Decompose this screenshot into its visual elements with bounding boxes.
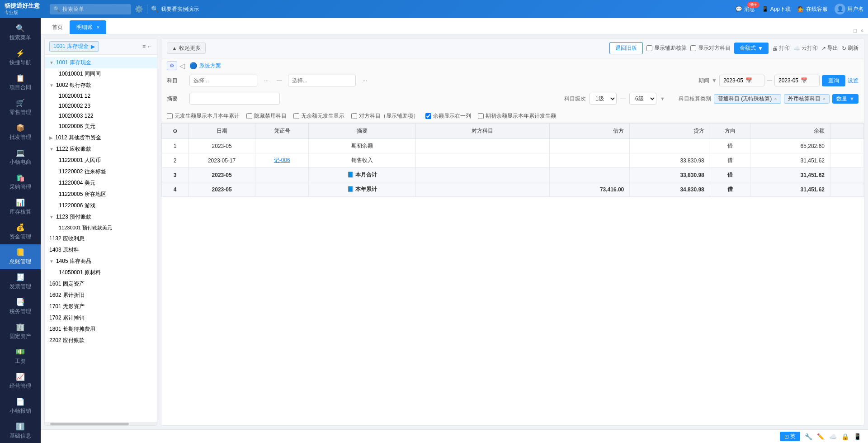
- tab-home[interactable]: 首页: [45, 20, 70, 34]
- tree-item-1122[interactable]: ▼ 1122 应收账款: [45, 143, 157, 155]
- sidebar-item-report[interactable]: 📄 小畅报销: [0, 394, 41, 419]
- query-settings-btn[interactable]: ⚙: [167, 61, 177, 70]
- checkbox-input[interactable]: [167, 113, 173, 119]
- account-input-2[interactable]: [288, 75, 356, 86]
- demo-link[interactable]: 🔍 我要看实例演示: [151, 5, 199, 13]
- number-format-btn[interactable]: 金额式 ▼: [734, 43, 769, 54]
- status-lang-btn[interactable]: ⊡ 英: [780, 432, 800, 441]
- tree-item-1405[interactable]: ▼ 1405 库存商品: [45, 256, 157, 267]
- export-btn[interactable]: ↗ 导出: [821, 44, 838, 52]
- account-input[interactable]: [189, 75, 257, 86]
- tree-container[interactable]: ▼ 1001 库存现金 10010001 同同同 ▼ 1002 银行存款: [45, 55, 157, 422]
- checkbox-opposite-account[interactable]: 对方科目（显示辅助项）: [351, 112, 419, 120]
- tree-item-2202[interactable]: 2202 应付账款: [45, 335, 157, 346]
- tree-collapse-icon[interactable]: ←: [147, 43, 152, 50]
- quantity-tag[interactable]: 数量 ▼: [832, 94, 859, 104]
- tree-list-icon[interactable]: ≡: [142, 43, 146, 50]
- checkbox-input[interactable]: [246, 113, 252, 119]
- scheme-label[interactable]: 系统方案: [199, 62, 221, 70]
- checkbox-no-amount[interactable]: 无发生额显示本月本年累计: [167, 112, 240, 120]
- level-start-select[interactable]: 1级2级3级: [590, 93, 617, 105]
- tree-item-1702[interactable]: 1702 累计摊销: [45, 312, 157, 324]
- tree-item-10020001[interactable]: 10020001 12: [45, 91, 157, 101]
- tree-item-10020006[interactable]: 10020006 美元: [45, 121, 157, 132]
- sidebar-item-invoice[interactable]: 🧾 发票管理: [0, 269, 41, 294]
- tree-item-10020002[interactable]: 10020002 23: [45, 101, 157, 111]
- sidebar-item-basic[interactable]: ℹ️ 基础信息: [0, 419, 41, 443]
- selected-account-tag[interactable]: 1001 库存现金 ▶: [49, 41, 99, 52]
- sidebar-item-ledger[interactable]: 📒 总账管理: [0, 244, 41, 269]
- tag-close-icon[interactable]: ×: [823, 96, 826, 101]
- online-service-btn[interactable]: 💁 在线客服: [797, 5, 828, 13]
- status-icon-4[interactable]: 🔒: [841, 433, 849, 440]
- checkbox-input[interactable]: [293, 113, 299, 119]
- sidebar-item-search[interactable]: 🔍 搜索菜单: [0, 20, 41, 45]
- sidebar-item-salary[interactable]: 💵 工资: [0, 344, 41, 369]
- sidebar-item-tax[interactable]: 📑 税务管理: [0, 294, 41, 319]
- tag-close-icon[interactable]: ×: [774, 96, 777, 101]
- tree-item-1002[interactable]: ▼ 1002 银行存款: [45, 80, 157, 91]
- category-tag-2[interactable]: 外币核算科目 ×: [784, 94, 830, 104]
- tree-item-1012[interactable]: ▶ 1012 其他货币资金: [45, 132, 157, 143]
- tree-item-11220002[interactable]: 11220002 往来标签: [45, 166, 157, 177]
- tree-item-11220004[interactable]: 11220004 美元: [45, 177, 157, 189]
- query-collapse-btn[interactable]: ◁: [179, 62, 185, 70]
- setting-link-btn[interactable]: 设置: [848, 77, 859, 85]
- cell-voucher[interactable]: 记-006: [255, 153, 309, 168]
- sidebar-item-retail[interactable]: 🛒 零售管理: [0, 95, 41, 120]
- user-avatar-btn[interactable]: 👤 用户名: [835, 4, 863, 14]
- tab-ledger[interactable]: 明细账 ×: [70, 20, 106, 34]
- opposite-checkbox-input[interactable]: [690, 45, 696, 51]
- tree-item-11220005[interactable]: 11220005 所在地区: [45, 189, 157, 200]
- sidebar-item-assets[interactable]: 🏢 固定资产: [0, 319, 41, 344]
- checkbox-input[interactable]: [351, 113, 357, 119]
- status-icon-2[interactable]: ✏️: [817, 433, 825, 440]
- tree-item-1403[interactable]: 1403 原材料: [45, 244, 157, 256]
- period-type-btn[interactable]: ▼: [712, 77, 717, 84]
- status-icon-5[interactable]: 📱: [854, 433, 861, 440]
- tree-item-1123[interactable]: ▼ 1123 预付账款: [45, 211, 157, 223]
- sidebar-item-capital[interactable]: 💰 资金管理: [0, 219, 41, 244]
- tab-maximize-btn[interactable]: □: [854, 28, 857, 34]
- menu-search[interactable]: 🔍 搜索菜单: [50, 4, 131, 14]
- status-icon-1[interactable]: 🔧: [805, 433, 812, 440]
- period-end-input[interactable]: 2023-05 📅: [774, 75, 820, 86]
- sidebar-item-purchase[interactable]: 🛍️ 采购管理: [0, 170, 41, 195]
- tab-close-window-btn[interactable]: ×: [860, 28, 863, 34]
- sidebar-item-project[interactable]: 📋 项目合同: [0, 70, 41, 95]
- table-area[interactable]: ⚙ 日期 凭证号 摘要 对方科目 借方 贷方 方向 余额: [161, 123, 864, 425]
- show-auxiliary-checkbox[interactable]: 显示辅助核算: [646, 44, 687, 52]
- tree-item-14050001[interactable]: 14050001 原材料: [45, 267, 157, 278]
- checkbox-input[interactable]: [425, 113, 431, 119]
- sidebar-item-quick-nav[interactable]: ⚡ 快捷导航: [0, 45, 41, 70]
- tree-item-11220006[interactable]: 11220006 游戏: [45, 200, 157, 211]
- th-settings[interactable]: ⚙: [162, 124, 189, 139]
- print-btn[interactable]: 🖨 打印: [772, 44, 790, 52]
- level-down-icon[interactable]: ▼: [660, 96, 665, 101]
- tree-item-1602[interactable]: 1602 累计折旧: [45, 290, 157, 301]
- checkbox-no-balance[interactable]: 无余额无发生显示: [293, 112, 344, 120]
- summary-input[interactable]: [189, 93, 280, 105]
- horizontal-scrollbar[interactable]: [45, 422, 157, 425]
- checkbox-input[interactable]: [478, 113, 484, 119]
- query-btn[interactable]: 查询: [822, 75, 845, 86]
- tree-item-1601[interactable]: 1601 固定资产: [45, 278, 157, 290]
- voucher-link[interactable]: 记-006: [274, 157, 290, 163]
- period-start-input[interactable]: 2023-05 📅: [719, 75, 764, 86]
- checkbox-opening-balance[interactable]: 期初余额显示本年累计发生额: [478, 112, 556, 120]
- tree-item-1701[interactable]: 1701 无形资产: [45, 301, 157, 312]
- tree-item-11230001[interactable]: 11230001 预付账款美元: [45, 223, 157, 233]
- checkbox-hide-disabled[interactable]: 隐藏禁用科目: [246, 112, 287, 120]
- message-btn[interactable]: 💬 消息 99+: [736, 5, 755, 13]
- account-nav-icon[interactable]: ▶: [91, 43, 95, 50]
- tab-close-icon[interactable]: ×: [97, 24, 99, 30]
- tag-close-icon[interactable]: ▼: [849, 96, 854, 101]
- auxiliary-checkbox-input[interactable]: [646, 45, 652, 51]
- refresh-btn[interactable]: ↻ 刷新: [842, 44, 859, 52]
- expand-btn[interactable]: ▲ 收起更多: [167, 43, 206, 54]
- level-end-select[interactable]: 6级5级4级: [629, 93, 656, 105]
- tree-item-10010001[interactable]: 10010001 同同同: [45, 68, 157, 80]
- tree-item-11220001[interactable]: 11220001 人民币: [45, 155, 157, 166]
- tree-item-10020003[interactable]: 10020003 122: [45, 111, 157, 121]
- sidebar-item-ecommerce[interactable]: 💻 小畅电商: [0, 145, 41, 170]
